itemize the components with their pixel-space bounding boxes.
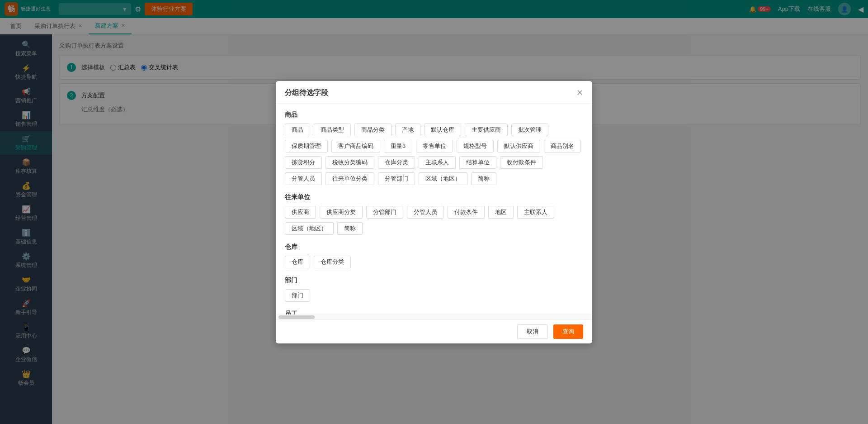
modal-hscroll[interactable]	[276, 314, 592, 319]
field-tag[interactable]: 主联系人	[517, 206, 554, 219]
field-tag[interactable]: 默认供应商	[497, 140, 540, 152]
field-tag[interactable]: 付款条件	[448, 206, 485, 219]
field-tag[interactable]: 税收分类编码	[326, 156, 374, 169]
field-tag[interactable]: 默认仓库	[424, 124, 461, 136]
field-tag[interactable]: 客户商品编码	[331, 140, 380, 152]
field-tag[interactable]: 主联系人	[419, 156, 456, 169]
modal-overlay: 分组待选字段 ✕ 商品 商品 商品类型 商品分类 产地 默认仓库 主要供应商 批…	[0, 0, 868, 424]
field-tag[interactable]: 仓库分类	[314, 256, 351, 268]
modal-header: 分组待选字段 ✕	[276, 81, 592, 104]
field-tag[interactable]: 仓库	[285, 256, 310, 268]
section-warehouse-title: 仓库	[285, 243, 583, 251]
section-goods: 商品 商品 商品类型 商品分类 产地 默认仓库 主要供应商 批次管理 保质期管理…	[285, 111, 583, 185]
field-tag[interactable]: 仓库分类	[378, 156, 415, 169]
cancel-button[interactable]: 取消	[517, 324, 548, 339]
field-tag[interactable]: 零售单位	[416, 140, 453, 152]
field-tag[interactable]: 往来单位分类	[326, 172, 374, 185]
field-tag[interactable]: 供应商	[285, 206, 316, 219]
field-tag[interactable]: 产地	[395, 124, 420, 136]
field-tag[interactable]: 商品类型	[314, 124, 351, 136]
confirm-button[interactable]: 查询	[553, 324, 583, 339]
section-dept: 部门 部门	[285, 276, 583, 302]
field-tag[interactable]: 商品	[285, 124, 310, 136]
field-tag[interactable]: 批次管理	[511, 124, 548, 136]
section-dept-fields: 部门	[285, 289, 583, 302]
section-warehouse-fields: 仓库 仓库分类	[285, 256, 583, 268]
section-contacts: 往来单位 供应商 供应商分类 分管部门 分管人员 付款条件 地区 主联系人 区域…	[285, 193, 583, 235]
modal-body: 商品 商品 商品类型 商品分类 产地 默认仓库 主要供应商 批次管理 保质期管理…	[276, 104, 592, 315]
field-tag[interactable]: 商品别名	[544, 140, 581, 152]
section-employee: 员工 业务员	[285, 310, 583, 315]
field-tag[interactable]: 分管部门	[366, 206, 403, 219]
field-tag[interactable]: 主要供应商	[465, 124, 508, 136]
hscroll-thumb[interactable]	[278, 315, 315, 319]
field-tag[interactable]: 分管部门	[378, 172, 415, 185]
modal-footer: 取消 查询	[276, 319, 592, 343]
section-dept-title: 部门	[285, 276, 583, 285]
field-tag[interactable]: 分管人员	[285, 172, 322, 185]
field-tag[interactable]: 分管人员	[407, 206, 444, 219]
section-goods-title: 商品	[285, 111, 583, 119]
field-tag[interactable]: 重量3	[384, 140, 412, 152]
modal-title: 分组待选字段	[285, 88, 328, 98]
field-tag[interactable]: 保质期管理	[285, 140, 328, 152]
field-tag[interactable]: 结算单位	[459, 156, 496, 169]
field-tag[interactable]: 简称	[337, 222, 363, 235]
modal-dialog: 分组待选字段 ✕ 商品 商品 商品类型 商品分类 产地 默认仓库 主要供应商 批…	[276, 81, 592, 343]
field-tag[interactable]: 规格型号	[457, 140, 494, 152]
field-tag[interactable]: 地区	[488, 206, 514, 219]
field-tag[interactable]: 区域（地区）	[285, 222, 334, 235]
section-goods-fields: 商品 商品类型 商品分类 产地 默认仓库 主要供应商 批次管理 保质期管理 客户…	[285, 124, 583, 185]
field-tag[interactable]: 收付款条件	[500, 156, 543, 169]
section-employee-title: 员工	[285, 310, 583, 315]
field-tag[interactable]: 拣货积分	[285, 156, 322, 169]
section-warehouse: 仓库 仓库 仓库分类	[285, 243, 583, 268]
section-contacts-fields: 供应商 供应商分类 分管部门 分管人员 付款条件 地区 主联系人 区域（地区） …	[285, 206, 583, 235]
section-contacts-title: 往来单位	[285, 193, 583, 201]
field-tag[interactable]: 供应商分类	[320, 206, 363, 219]
field-tag[interactable]: 商品分类	[354, 124, 392, 136]
modal-close-button[interactable]: ✕	[576, 89, 583, 97]
field-tag[interactable]: 区域（地区）	[419, 172, 467, 185]
field-tag[interactable]: 简称	[471, 172, 496, 185]
field-tag[interactable]: 部门	[285, 289, 310, 302]
